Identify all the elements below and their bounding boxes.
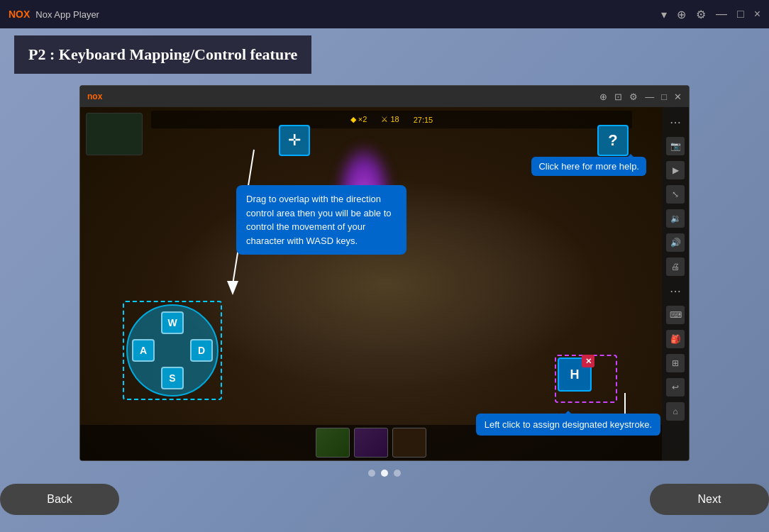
close-window-icon[interactable]: × xyxy=(754,8,760,21)
emu-minimize-icon[interactable]: — xyxy=(645,92,654,102)
nav-dot-1[interactable] xyxy=(368,470,375,477)
minimize-icon[interactable]: ▾ xyxy=(661,8,667,21)
question-icon: ? xyxy=(608,131,617,150)
nav-dots xyxy=(368,470,401,477)
settings-icon[interactable]: ⚙ xyxy=(696,8,706,21)
bottom-buttons: Back Next xyxy=(0,484,769,515)
tooltip-drag-text: Drag to overlap with the direction contr… xyxy=(246,194,392,246)
skill-icon-3 xyxy=(392,428,426,458)
top-hud: ◆ ×2 ⚔ 18 27:15 xyxy=(151,111,632,128)
emu-camera-icon[interactable]: ⊡ xyxy=(614,92,622,102)
tooltip-drag: Drag to overlap with the direction contr… xyxy=(236,185,406,255)
sidebar-back-icon[interactable]: ↩ xyxy=(666,378,685,397)
sidebar-keyboard-icon[interactable]: ⌨ xyxy=(666,306,685,324)
s-key[interactable]: S xyxy=(161,367,184,389)
mini-map xyxy=(86,113,143,155)
d-key[interactable]: D xyxy=(190,339,213,362)
emu-maximize-icon[interactable]: □ xyxy=(661,92,667,102)
app-title: Nox App Player xyxy=(35,9,99,20)
emu-close-icon[interactable]: ✕ xyxy=(674,92,682,102)
game-area: ◆ ×2 ⚔ 18 27:15 ⋯ 📷 ▶ ⤡ 🔉 🔊 🖨 ⋯ ⌨ 🎒 ⊞ ↩ xyxy=(80,107,689,460)
emu-pin-icon[interactable]: ⊕ xyxy=(599,92,607,102)
sidebar-home-icon[interactable]: ⌂ xyxy=(666,402,685,421)
sidebar-print-icon[interactable]: 🖨 xyxy=(666,257,685,276)
sidebar-more-icon[interactable]: ⋯ xyxy=(666,113,685,131)
h-key-close[interactable]: ✕ xyxy=(582,355,594,367)
back-button[interactable]: Back xyxy=(0,484,119,515)
pin-icon[interactable]: ⊕ xyxy=(677,8,686,21)
emulator-logo: nox xyxy=(87,92,102,101)
help-icon[interactable]: ? xyxy=(597,125,629,156)
h-key[interactable]: H ✕ xyxy=(558,358,592,392)
wasd-control[interactable]: W A S D xyxy=(126,304,218,397)
sidebar-volume-icon[interactable]: 🔊 xyxy=(666,233,685,252)
emulator-title-bar: nox ⊕ ⊡ ⚙ — □ ✕ xyxy=(80,86,689,107)
h-key-container[interactable]: H ✕ xyxy=(558,358,614,400)
nav-dot-3[interactable] xyxy=(394,470,401,477)
tooltip-help-text: Click here for more help. xyxy=(538,161,639,172)
sidebar-bag-icon[interactable]: 🎒 xyxy=(666,330,685,348)
wasd-circle: W A S D xyxy=(126,304,218,397)
sidebar-video-icon[interactable]: ▶ xyxy=(666,161,685,179)
plus-icon: ✛ xyxy=(288,131,301,150)
h-key-label: H xyxy=(570,367,580,382)
sidebar-volume-low-icon[interactable]: 🔉 xyxy=(666,209,685,228)
w-key[interactable]: W xyxy=(161,311,184,334)
sidebar-dots-icon[interactable]: ⋯ xyxy=(666,282,685,300)
page-title: P2 : Keyboard Mapping/Control feature xyxy=(28,45,297,63)
hud-timer: 27:15 xyxy=(414,116,433,124)
sidebar-add-icon[interactable]: ⊞ xyxy=(666,354,685,372)
tooltip-help: Click here for more help. xyxy=(531,157,646,176)
tooltip-click: Left click to assign designated keystrok… xyxy=(476,414,660,436)
skill-icon-2 xyxy=(354,428,388,458)
drag-control-icon[interactable]: ✛ xyxy=(279,125,310,156)
emulator-controls: ⊕ ⊡ ⚙ — □ ✕ xyxy=(599,92,682,102)
tooltip-click-text: Left click to assign designated keystrok… xyxy=(485,419,652,430)
emulator-window: nox ⊕ ⊡ ⚙ — □ ✕ ◆ ×2 ⚔ 18 27:15 xyxy=(79,85,690,461)
emulator-sidebar: ⋯ 📷 ▶ ⤡ 🔉 🔊 🖨 ⋯ ⌨ 🎒 ⊞ ↩ ⌂ xyxy=(662,107,689,460)
sidebar-camera-icon[interactable]: 📷 xyxy=(666,137,685,155)
skill-icon-1 xyxy=(316,428,350,458)
emu-settings-icon[interactable]: ⚙ xyxy=(629,92,638,102)
nav-dot-2[interactable] xyxy=(381,470,388,477)
next-button[interactable]: Next xyxy=(650,484,769,515)
app-logo: NOX xyxy=(9,9,30,20)
hud-info: ◆ ×2 xyxy=(350,115,367,124)
page-header: P2 : Keyboard Mapping/Control feature xyxy=(14,35,311,74)
a-key[interactable]: A xyxy=(132,339,155,362)
minimize-window-icon[interactable]: — xyxy=(716,8,727,21)
title-bar: NOX Nox App Player ▾ ⊕ ⚙ — □ × xyxy=(0,0,769,28)
maximize-window-icon[interactable]: □ xyxy=(737,8,744,21)
main-area: P2 : Keyboard Mapping/Control feature no… xyxy=(0,28,769,532)
window-controls: ▾ ⊕ ⚙ — □ × xyxy=(661,8,760,21)
sidebar-expand-icon[interactable]: ⤡ xyxy=(666,185,685,204)
hud-score: ⚔ 18 xyxy=(381,115,399,124)
